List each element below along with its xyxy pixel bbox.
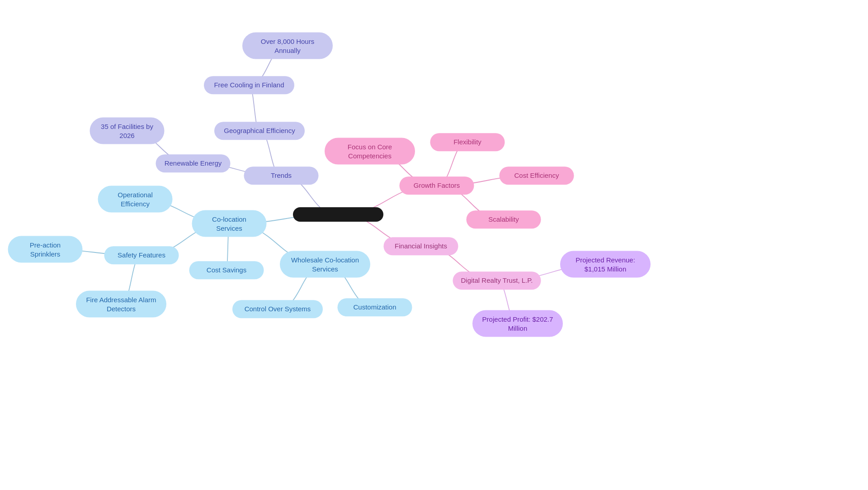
node-over_8000: Over 8,000 Hours Annually: [242, 33, 333, 59]
node-financial: Financial Insights: [384, 237, 458, 255]
node-op_eff: Operational Efficiency: [98, 186, 173, 213]
node-scalability: Scalability: [467, 210, 541, 228]
node-wholesale: Wholesale Co-location Services: [280, 251, 370, 278]
node-flexibility: Flexibility: [430, 133, 505, 151]
node-cost_eff: Cost Efficiency: [500, 167, 574, 185]
node-cost_savings: Cost Savings: [189, 261, 264, 279]
node-trends: Trends: [244, 167, 319, 185]
node-geo_eff: Geographical Efficiency: [214, 122, 305, 140]
node-35_facilities: 35 of Facilities by 2026: [90, 118, 165, 144]
node-colocation_services: Co-location Services: [192, 210, 267, 237]
node-free_cooling: Free Cooling in Finland: [204, 76, 294, 94]
node-focus_core: Focus on Core Competencies: [325, 138, 415, 165]
node-growth: Growth Factors: [400, 176, 474, 195]
node-control: Control Over Systems: [232, 300, 323, 318]
node-safety: Safety Features: [104, 246, 179, 264]
node-renewable: Renewable Energy: [156, 154, 231, 172]
node-customization: Customization: [338, 298, 412, 316]
center-node: [293, 207, 383, 222]
node-pre_action: Pre-action Sprinklers: [8, 236, 83, 263]
node-fire_alarm: Fire Addressable Alarm Detectors: [76, 291, 166, 318]
mind-map: TrendsGeographical EfficiencyFree Coolin…: [0, 0, 868, 490]
node-digital_realty: Digital Realty Trust, L.P.: [453, 271, 541, 290]
node-proj_profit: Projected Profit: $202.7 Million: [472, 310, 563, 337]
node-proj_revenue: Projected Revenue: $1,015 Million: [560, 251, 651, 278]
